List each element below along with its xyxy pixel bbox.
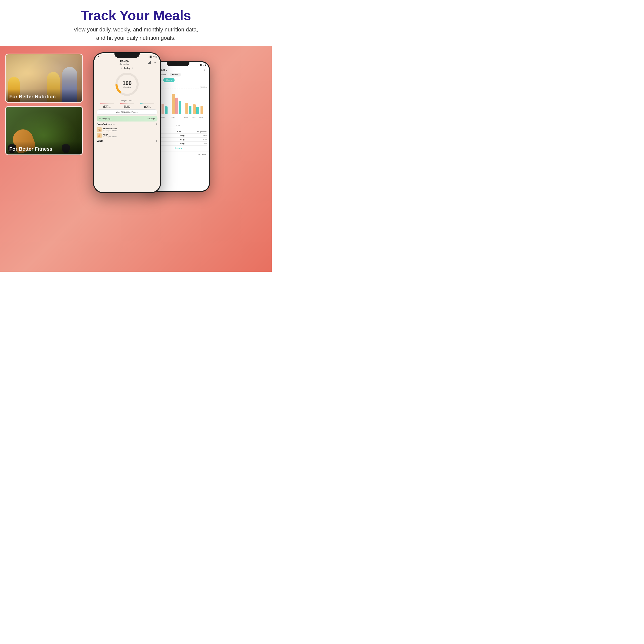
- wifi-icon: ≋: [153, 56, 155, 58]
- protein-value: 30g/50g: [120, 106, 134, 108]
- chicken-name: chicken baked: [103, 128, 157, 130]
- lunch-header: Lunch +: [97, 139, 157, 143]
- fat-label: Fat: [140, 104, 154, 106]
- fitness-label: For Better Fitness: [6, 141, 82, 154]
- chicken-macros: 100.0g 220.0kcal: [103, 130, 157, 132]
- tab-month[interactable]: Month: [170, 73, 181, 76]
- back-battery-icon: ▮: [205, 64, 206, 66]
- calorie-label: Calories: [123, 86, 131, 88]
- protein-macro: Protein 30g/50g: [120, 103, 134, 108]
- fat-macro: Fat 10g/40g: [140, 103, 154, 108]
- battery-icon: ▮: [155, 56, 156, 58]
- meal-section: Breakfast 300kcal + 🍗 chicken baked: [94, 123, 160, 143]
- protein-label: Protein: [120, 104, 134, 106]
- food-item-chicken: 🍗 chicken baked 100.0g 220.0kcal: [97, 127, 157, 132]
- weigh-label: Weighing...: [102, 117, 112, 120]
- svg-rect-8: [162, 104, 164, 114]
- svg-rect-15: [193, 104, 196, 114]
- eggs-info: eggs 100.0g 143.0kcal: [103, 134, 157, 138]
- signal-icon: ▐▐▐: [148, 56, 152, 58]
- svg-rect-2: [150, 61, 151, 64]
- phone-screen: 9:41 ▐▐▐ ≋ ▮ ‹ ESN00 C: [94, 53, 160, 192]
- svg-rect-14: [189, 106, 191, 114]
- fat-value: 10g/40g: [140, 106, 154, 108]
- nutrition-label: For Better Nutrition: [6, 89, 82, 102]
- chicken-info: chicken baked 100.0g 220.0kcal: [103, 128, 157, 132]
- weigh-value: 43.25g ›: [147, 117, 155, 120]
- svg-rect-17: [200, 106, 203, 114]
- protein-bar: [120, 103, 134, 104]
- lunch-title: Lunch: [97, 140, 103, 142]
- chicken-icon: 🍗: [97, 127, 102, 132]
- fitness-panel: For Better Fitness: [5, 106, 83, 155]
- svg-rect-13: [185, 103, 188, 114]
- device-name: ESN00: [119, 60, 129, 63]
- lunch-add-icon[interactable]: +: [156, 139, 157, 143]
- fat-bar: [140, 103, 154, 104]
- row2-prop: 32%: [203, 138, 207, 141]
- page-title: Track Your Meals: [73, 8, 198, 23]
- food-item-eggs: 🥚 eggs 100.0g 143.0kcal: [97, 133, 157, 138]
- header-subtitle: View your daily, weekly, and monthly nut…: [73, 25, 198, 42]
- svg-rect-10: [172, 94, 175, 114]
- app-header: ‹ ESN00 Connected: [94, 59, 160, 66]
- back-icon[interactable]: ‹: [97, 61, 101, 65]
- chart-line-label: 2400Kcal: [200, 86, 207, 88]
- target-display: Target：2400: [94, 99, 160, 102]
- breakfast-add-icon[interactable]: +: [156, 123, 157, 126]
- main-phone: 9:41 ▐▐▐ ≋ ▮ ‹ ESN00 C: [93, 52, 161, 193]
- svg-text:12/12: 12/12: [192, 116, 196, 118]
- next-icon[interactable]: ›: [132, 67, 133, 69]
- svg-text:12/12: 12/12: [184, 116, 188, 118]
- device-info: ESN00 Connected: [119, 60, 129, 65]
- phone-main-inner: 9:41 ▐▐▐ ≋ ▮ ‹ ESN00 C: [94, 53, 160, 192]
- ring-center: 100 Calories: [123, 81, 132, 88]
- row1-prop: 18%: [203, 134, 207, 137]
- carbs-value: 80g/100g: [100, 106, 114, 108]
- ring-wrapper: 100 Calories: [113, 70, 141, 98]
- svg-text:05/03: 05/03: [172, 116, 176, 118]
- svg-rect-11: [175, 98, 178, 114]
- breakfast-cal: 300kcal: [108, 123, 115, 126]
- date-nav: ‹ Today ›: [94, 67, 160, 69]
- total-col-header: Total: [177, 130, 182, 133]
- calorie-number: 100: [123, 81, 132, 86]
- nutrition-panel: For Better Nutrition: [5, 54, 83, 103]
- carbs-macro: Carbs 80g/100g: [100, 103, 114, 108]
- device-status: Connected: [119, 63, 129, 65]
- settings-icon[interactable]: ⚙: [153, 61, 157, 65]
- eggs-icon: 🥚: [97, 133, 102, 138]
- weigh-row: ⚖ Weighing... 43.25g ›: [97, 116, 157, 122]
- back-signal-icon: ▐▐: [199, 64, 202, 66]
- svg-rect-0: [148, 63, 149, 64]
- eggs-name: eggs: [103, 134, 157, 136]
- header-section: Track Your Meals View your daily, weekly…: [68, 0, 203, 46]
- page-wrapper: Track Your Meals View your daily, weekly…: [0, 0, 272, 272]
- row3-prop: 50%: [203, 142, 207, 145]
- back-wifi-icon: ≋: [203, 64, 204, 66]
- scale-icon: ⚖: [99, 117, 101, 120]
- photo-panels: For Better Nutrition For Better Fitness: [5, 54, 83, 155]
- weigh-chevron: ›: [154, 117, 155, 120]
- breakfast-title: Breakfast: [97, 123, 107, 126]
- svg-rect-9: [165, 106, 168, 114]
- proportion-col-header: Proportion: [197, 130, 207, 133]
- status-icons: ▐▐▐ ≋ ▮: [148, 56, 156, 58]
- tab-macro[interactable]: Macro: [163, 78, 174, 82]
- macros-section: Carbs 80g/100g Protein 30g/50g Fat: [94, 103, 160, 108]
- time-display: 9:41: [98, 56, 102, 58]
- view-all-button[interactable]: View All Nutrition Facts >: [97, 109, 157, 115]
- calorie-ring-container: 100 Calories: [94, 70, 160, 98]
- chart-icon[interactable]: [147, 61, 151, 65]
- download-icon[interactable]: ⤓: [204, 68, 206, 72]
- svg-text:12/12: 12/12: [199, 116, 203, 118]
- phones-container: 9:41 ▐▐▐ ≋ ▮ ‹ ESN00 C: [86, 51, 267, 272]
- carbs-label: Carbs: [100, 104, 114, 106]
- row2-total: 321g: [180, 138, 184, 141]
- svg-rect-12: [179, 101, 181, 114]
- chevron-down-icon[interactable]: ∨: [166, 69, 167, 71]
- weigh-left: ⚖ Weighing...: [99, 117, 112, 120]
- prev-icon[interactable]: ‹: [121, 67, 122, 69]
- row1-total: 260g: [180, 134, 184, 137]
- carbs-bar: [100, 103, 114, 104]
